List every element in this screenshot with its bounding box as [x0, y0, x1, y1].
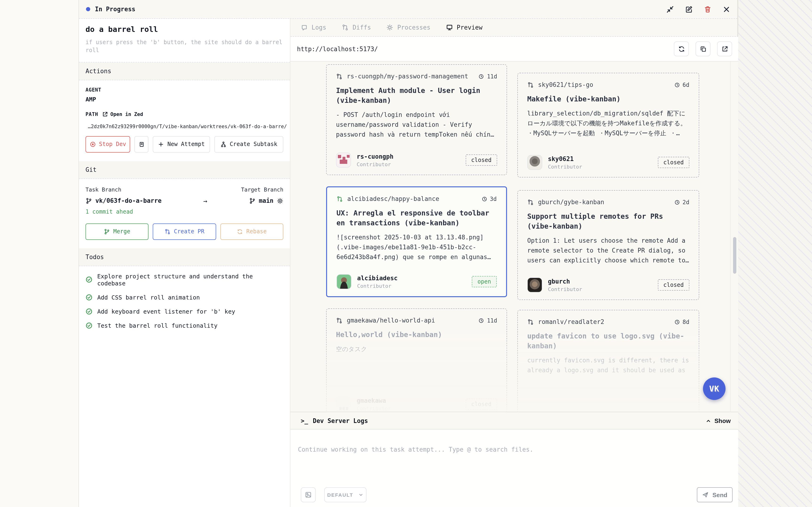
task-description: if users press the 'b' button, the site … [86, 39, 283, 55]
check-circle-icon [86, 322, 93, 329]
task-dialog: In Progress do a barrel roll if users pr… [79, 0, 738, 507]
page-title: do a barrel roll [86, 25, 283, 34]
rebase-button[interactable]: Rebase [220, 223, 283, 240]
task-sidebar: do a barrel roll if users press the 'b' … [79, 19, 290, 507]
kanban-card[interactable]: gmaekawa/hello-world-api 11d Hello,world… [326, 308, 507, 412]
kanban-card[interactable]: romanlv/readlater2 8d update favicon to … [517, 310, 699, 412]
vk-logo: VK [709, 384, 719, 393]
preview-url-bar: http://localhost:5173/ [290, 37, 738, 61]
refresh-button[interactable] [674, 41, 689, 56]
worktree-path: …2dz0k7n62z93299r0000gn/T/vibe-kanban/wo… [88, 123, 283, 129]
open-in-zed-link[interactable]: Open in Zed [102, 111, 143, 117]
chevron-up-icon [706, 417, 712, 424]
preview-viewport: rs-cuongph/my-password-management 11d Im… [290, 61, 738, 412]
kanban-card[interactable]: gburch/gybe-kanban 2d Support multiple r… [517, 190, 699, 300]
git-section: Task Branch Target Branch vk/063f-do-a-b… [79, 179, 290, 248]
vibe-kanban-widget[interactable]: VK [703, 378, 725, 400]
composer-input[interactable]: Continue working on this task attempt...… [298, 446, 534, 453]
chat-bubble-icon [301, 24, 308, 31]
status-dot [86, 7, 90, 11]
status-badge: open [472, 276, 497, 287]
collapse-icon[interactable] [666, 5, 674, 13]
paper-plane-icon [702, 492, 709, 498]
task-title-block: do a barrel roll if users press the 'b' … [79, 19, 290, 62]
show-logs-button[interactable]: Show [706, 417, 731, 424]
pull-request-icon [527, 199, 534, 205]
target-branch-label: Target Branch [241, 186, 283, 193]
git-branch-icon [86, 198, 92, 204]
create-pr-button[interactable]: Create PR [153, 223, 216, 240]
open-external-button[interactable] [717, 41, 732, 56]
status-badge: closed [465, 399, 497, 410]
scrollbar-thumb[interactable] [733, 237, 737, 274]
gear-icon[interactable] [277, 198, 283, 204]
pull-request-icon [336, 73, 343, 79]
tab-diffs[interactable]: Diffs [342, 24, 371, 31]
stop-dev-button[interactable]: Stop Dev [86, 136, 130, 153]
status-badge: closed [465, 155, 497, 166]
pull-request-icon [527, 319, 534, 325]
path-label: PATH [86, 111, 98, 117]
clock-icon [478, 318, 484, 323]
refresh-icon [678, 45, 685, 52]
avatar [527, 155, 542, 170]
plus-icon [158, 141, 164, 148]
close-icon[interactable] [723, 5, 730, 13]
clock-icon [674, 82, 680, 88]
external-link-icon [721, 45, 728, 52]
edit-icon[interactable] [685, 5, 693, 13]
url-input[interactable]: http://localhost:5173/ [297, 45, 378, 52]
todo-item: Add keyboard event listener for 'b' key [86, 308, 283, 315]
send-button[interactable]: Send [697, 487, 732, 502]
agent-label: AGENT [86, 87, 283, 93]
clock-icon [481, 196, 487, 202]
chevron-down-icon [358, 492, 363, 498]
tab-preview[interactable]: Preview [446, 24, 483, 31]
external-link-icon [102, 111, 108, 117]
copy-icon [700, 45, 707, 52]
dialog-header: In Progress [79, 0, 737, 19]
image-icon [305, 491, 312, 499]
check-circle-icon [86, 294, 93, 301]
avatar [336, 153, 351, 168]
git-section-heading: Git [79, 161, 290, 179]
vibe-kanban-task-dialog-screen: In Progress do a barrel roll if users pr… [0, 0, 812, 507]
stop-circle-icon [90, 141, 96, 148]
pull-request-icon [336, 317, 343, 324]
todos-section-heading: Todos [79, 248, 290, 266]
message-composer: Continue working on this task attempt...… [290, 430, 738, 507]
todos-section: Explore project structure and understand… [79, 266, 290, 345]
actions-section: AGENT AMP PATH Open in Zed …2dz0k7n62z93… [79, 80, 290, 161]
model-select-dropdown[interactable]: DEFAULT [324, 487, 366, 502]
new-attempt-button[interactable]: New Attempt [153, 136, 210, 153]
task-branch-name: vk/063f-do-a-barre [95, 198, 162, 205]
tab-logs[interactable]: Logs [301, 24, 326, 31]
todo-item: Add CSS barrel roll animation [86, 294, 283, 301]
attach-image-button[interactable] [301, 487, 316, 502]
kanban-card[interactable]: sky0621/tips-go 6d Makefile (vibe-kanban… [517, 73, 699, 177]
delete-icon[interactable] [704, 5, 711, 13]
commits-ahead-status: 1 commit ahead [86, 209, 283, 215]
tab-processes[interactable]: Processes [387, 24, 430, 31]
arrow-right-icon: → [162, 197, 249, 205]
clock-icon [674, 319, 680, 325]
raw-logs-button[interactable] [135, 136, 149, 153]
kanban-card-selected[interactable]: alcibiadesc/happy-balance 3d UX: Arregla… [326, 186, 507, 297]
terminal-prompt-icon: >_ [301, 417, 308, 424]
pull-request-icon [342, 24, 349, 31]
actions-section-heading: Actions [79, 62, 290, 80]
dev-server-logs-label: Dev Server Logs [313, 417, 368, 424]
clock-icon [478, 73, 484, 79]
pull-request-icon [337, 195, 343, 202]
scroll-icon [138, 141, 145, 148]
dev-server-logs-bar[interactable]: >_ Dev Server Logs Show [290, 412, 738, 430]
kanban-card[interactable]: rs-cuongph/my-password-management 11d Im… [326, 64, 507, 175]
fork-icon [220, 141, 226, 148]
create-subtask-button[interactable]: Create Subtask [214, 136, 283, 153]
merge-button[interactable]: Merge [86, 223, 149, 240]
gear-icon [387, 24, 394, 31]
status-badge: closed [658, 279, 689, 291]
agent-value: AMP [86, 96, 283, 103]
git-branch-icon [249, 198, 255, 204]
copy-url-button[interactable] [696, 41, 711, 56]
